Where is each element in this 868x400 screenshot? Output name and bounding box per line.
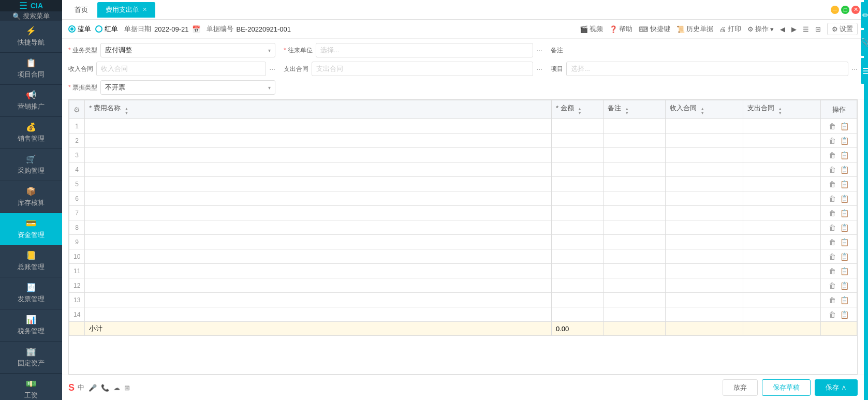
row-expense-name-11[interactable] (85, 264, 552, 278)
row-delete-6[interactable]: 🗑 (829, 195, 836, 203)
sidebar-item-invoice[interactable]: 🧾 发票管理 (0, 277, 62, 309)
float-btn-2[interactable]: 📎 (861, 30, 868, 56)
project-more[interactable]: ··· (851, 65, 858, 73)
row-income-contract-13[interactable] (666, 293, 743, 307)
row-notes-2[interactable] (604, 134, 666, 148)
row-copy-6[interactable]: 📋 (840, 195, 849, 203)
row-copy-9[interactable]: 📋 (840, 238, 849, 246)
row-income-contract-10[interactable] (666, 249, 743, 264)
row-amount-10[interactable] (552, 249, 604, 264)
row-copy-10[interactable]: 📋 (840, 253, 849, 261)
row-copy-14[interactable]: 📋 (840, 310, 849, 319)
row-delete-8[interactable]: 🗑 (829, 224, 836, 232)
row-copy-11[interactable]: 📋 (840, 267, 849, 275)
expense-contract-more[interactable]: ··· (536, 65, 542, 73)
row-amount-4[interactable] (552, 162, 604, 177)
row-expense-name-10[interactable] (85, 249, 552, 264)
counter-party-more[interactable]: ··· (536, 46, 542, 54)
tab-close-icon[interactable]: ✕ (142, 6, 147, 13)
row-expense-name-1[interactable] (85, 119, 552, 134)
project-input[interactable]: 选择... (566, 62, 848, 76)
row-notes-12[interactable] (604, 278, 666, 293)
row-delete-1[interactable]: 🗑 (829, 122, 836, 130)
row-expense-name-2[interactable] (85, 134, 552, 148)
video-btn[interactable]: 🎬 视频 (580, 24, 603, 34)
tab-home[interactable]: 首页 (66, 2, 96, 18)
sidebar-item-inventory[interactable]: 📦 库存核算 (0, 181, 62, 213)
row-amount-2[interactable] (552, 134, 604, 148)
sidebar-item-marketing[interactable]: 📢 营销推广 (0, 85, 62, 117)
income-contract-more[interactable]: ··· (269, 65, 275, 73)
row-expense-contract-9[interactable] (743, 235, 821, 249)
row-copy-13[interactable]: 📋 (840, 296, 849, 304)
row-income-contract-6[interactable] (666, 191, 743, 206)
radio-red[interactable]: 红单 (95, 24, 118, 34)
row-income-contract-4[interactable] (666, 162, 743, 177)
row-amount-12[interactable] (552, 278, 604, 293)
operations-btn[interactable]: ⚙ 操作 ▾ (747, 24, 774, 34)
row-income-contract-12[interactable] (666, 278, 743, 293)
row-copy-3[interactable]: 📋 (840, 151, 849, 159)
row-income-contract-11[interactable] (666, 264, 743, 278)
row-income-contract-8[interactable] (666, 220, 743, 235)
sort-expense-name[interactable]: ▲▼ (124, 107, 128, 115)
shortcuts-btn[interactable]: ⌨ 快捷键 (639, 24, 670, 34)
history-btn[interactable]: 📜 历史单据 (676, 24, 713, 34)
row-income-contract-9[interactable] (666, 235, 743, 249)
row-income-contract-3[interactable] (666, 148, 743, 162)
row-notes-6[interactable] (604, 191, 666, 206)
sidebar-item-capital[interactable]: 💳 资金管理 (0, 213, 62, 245)
row-expense-name-12[interactable] (85, 278, 552, 293)
business-type-select[interactable]: 应付调整 ▾ (100, 43, 275, 57)
row-copy-12[interactable]: 📋 (840, 282, 849, 290)
sidebar-item-tax[interactable]: 📊 税务管理 (0, 309, 62, 342)
sort-amount[interactable]: ▲▼ (578, 107, 582, 115)
row-expense-contract-14[interactable] (743, 307, 821, 322)
row-delete-4[interactable]: 🗑 (829, 166, 836, 174)
row-notes-1[interactable] (604, 119, 666, 134)
row-amount-6[interactable] (552, 191, 604, 206)
expense-contract-input[interactable]: 支出合同 (312, 62, 533, 76)
invoice-type-select[interactable]: 不开票 ▾ (100, 80, 275, 95)
row-delete-5[interactable]: 🗑 (829, 180, 836, 188)
sidebar-item-ledger[interactable]: 📒 总账管理 (0, 245, 62, 277)
close-button[interactable]: ✕ (851, 6, 860, 14)
row-copy-5[interactable]: 📋 (840, 180, 849, 188)
sidebar-item-fixed-assets[interactable]: 🏢 固定资产 (0, 342, 62, 374)
row-notes-3[interactable] (604, 148, 666, 162)
row-expense-name-5[interactable] (85, 177, 552, 191)
row-expense-contract-5[interactable] (743, 177, 821, 191)
row-income-contract-2[interactable] (666, 134, 743, 148)
sidebar-item-salary[interactable]: 💵 工资 (0, 374, 62, 400)
row-delete-2[interactable]: 🗑 (829, 137, 836, 145)
row-expense-contract-4[interactable] (743, 162, 821, 177)
row-notes-13[interactable] (604, 293, 666, 307)
row-expense-contract-3[interactable] (743, 148, 821, 162)
discard-button[interactable]: 放弃 (723, 379, 758, 396)
row-delete-11[interactable]: 🗑 (829, 267, 836, 275)
row-delete-12[interactable]: 🗑 (829, 282, 836, 290)
row-expense-contract-11[interactable] (743, 264, 821, 278)
sidebar-item-sales[interactable]: 💰 销售管理 (0, 117, 62, 149)
row-notes-14[interactable] (604, 307, 666, 322)
settings-button[interactable]: ⚙ 设置 (827, 23, 858, 35)
row-amount-7[interactable] (552, 206, 604, 220)
row-notes-10[interactable] (604, 249, 666, 264)
row-delete-10[interactable]: 🗑 (829, 253, 836, 261)
sidebar-item-quick-nav[interactable]: ⚡ 快捷导航 (0, 21, 62, 53)
row-notes-11[interactable] (604, 264, 666, 278)
row-copy-8[interactable]: 📋 (840, 224, 849, 232)
row-notes-4[interactable] (604, 162, 666, 177)
calendar-icon[interactable]: 📅 (192, 25, 200, 33)
row-amount-14[interactable] (552, 307, 604, 322)
row-notes-5[interactable] (604, 177, 666, 191)
row-expense-name-6[interactable] (85, 191, 552, 206)
row-delete-9[interactable]: 🗑 (829, 238, 836, 246)
float-btn-1[interactable]: ✏ (861, 2, 868, 28)
maximize-button[interactable]: □ (841, 6, 849, 14)
tab-expense[interactable]: 费用支出单 ✕ (97, 2, 155, 18)
row-amount-9[interactable] (552, 235, 604, 249)
view-list-btn[interactable]: ☰ (803, 25, 809, 33)
print-btn[interactable]: 🖨 打印 (719, 24, 741, 34)
row-expense-name-4[interactable] (85, 162, 552, 177)
